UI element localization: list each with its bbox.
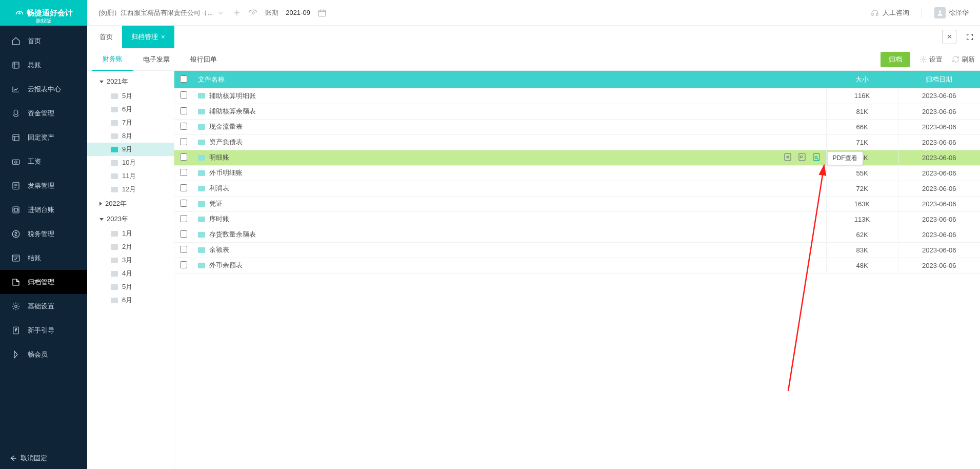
tree-month[interactable]: 4月 bbox=[87, 267, 174, 280]
row-checkbox[interactable] bbox=[180, 261, 187, 268]
tree-month[interactable]: 11月 bbox=[87, 169, 174, 183]
tree-month[interactable]: 7月 bbox=[87, 116, 174, 129]
row-checkbox[interactable] bbox=[180, 230, 187, 238]
table-row[interactable]: 序时账113K2023-06-06 bbox=[174, 211, 980, 227]
tab-close-icon[interactable]: × bbox=[161, 33, 165, 41]
nav-item-1[interactable]: 总账 bbox=[0, 53, 87, 77]
svg-point-13 bbox=[939, 10, 942, 13]
file-name: 凭证 bbox=[209, 199, 223, 208]
nav-item-11[interactable]: 基础设置 bbox=[0, 294, 87, 318]
select-all-checkbox[interactable] bbox=[180, 75, 187, 83]
nav-item-13[interactable]: 畅会员 bbox=[0, 342, 87, 366]
nav-item-8[interactable]: 税务管理 bbox=[0, 222, 87, 246]
archive-button[interactable]: 归档 bbox=[881, 52, 910, 67]
file-size: 163K bbox=[826, 196, 898, 211]
file-date: 2023-06-06 bbox=[898, 165, 980, 181]
file-date: 2023-06-06 bbox=[898, 150, 980, 165]
sub-tab[interactable]: 银行回单 bbox=[180, 48, 227, 71]
row-checkbox[interactable] bbox=[180, 138, 187, 145]
gear-icon[interactable] bbox=[249, 8, 258, 17]
tree-year[interactable]: 2022年 bbox=[87, 196, 174, 211]
file-date: 2023-06-06 bbox=[898, 88, 980, 104]
calendar-icon[interactable] bbox=[317, 8, 327, 17]
row-checkbox[interactable] bbox=[180, 169, 187, 176]
nav-item-9[interactable]: 结账 bbox=[0, 246, 87, 270]
file-icon bbox=[198, 201, 205, 207]
row-checkbox[interactable] bbox=[180, 107, 187, 114]
row-checkbox[interactable] bbox=[180, 123, 187, 130]
support-link[interactable]: 人工咨询 bbox=[870, 8, 909, 17]
table-row[interactable]: 辅助核算余额表81K2023-06-06 bbox=[174, 104, 980, 119]
file-size: 48K bbox=[826, 258, 898, 273]
table-row[interactable]: 余额表83K2023-06-06 bbox=[174, 242, 980, 258]
sub-tab[interactable]: 财务账 bbox=[92, 48, 133, 71]
row-checkbox[interactable] bbox=[180, 215, 187, 222]
nav-item-3[interactable]: 资金管理 bbox=[0, 101, 87, 125]
tree-month[interactable]: 5月 bbox=[87, 280, 174, 294]
tree-month[interactable]: 6月 bbox=[87, 294, 174, 307]
tree-month[interactable]: 8月 bbox=[87, 129, 174, 143]
folder-icon bbox=[111, 258, 118, 263]
nav-icon bbox=[11, 253, 21, 263]
plus-icon[interactable] bbox=[232, 8, 242, 17]
table-row[interactable]: 凭证163K2023-06-06 bbox=[174, 196, 980, 211]
nav-item-7[interactable]: 进销台账 bbox=[0, 198, 87, 222]
tree-month[interactable]: 2月 bbox=[87, 240, 174, 253]
tree-month[interactable]: 10月 bbox=[87, 156, 174, 169]
nav-item-12[interactable]: 新手引导 bbox=[0, 318, 87, 342]
tab-close-button[interactable]: ✕ bbox=[942, 30, 956, 44]
row-checkbox[interactable] bbox=[180, 246, 187, 253]
period-value[interactable]: 2021-09 bbox=[286, 9, 310, 16]
folder-icon bbox=[111, 160, 118, 166]
col-size[interactable]: 大小 bbox=[826, 71, 898, 88]
tree-month[interactable]: 3月 bbox=[87, 253, 174, 267]
nav-item-0[interactable]: 首页 bbox=[0, 29, 87, 53]
row-checkbox[interactable] bbox=[180, 153, 187, 161]
row-actions bbox=[783, 152, 821, 163]
sub-tab[interactable]: 电子发票 bbox=[133, 48, 180, 71]
table-row[interactable]: 资产负债表71K2023-06-06 bbox=[174, 134, 980, 150]
user-menu[interactable]: 徐泽华 bbox=[934, 7, 969, 18]
page-tab[interactable]: 首页 bbox=[90, 26, 122, 48]
nav-icon bbox=[11, 85, 21, 94]
tree-month[interactable]: 12月 bbox=[87, 183, 174, 196]
brand-logo: 畅捷通好会计 旗舰版 bbox=[0, 0, 87, 26]
tree-year[interactable]: 2021年 bbox=[87, 74, 174, 89]
table-row[interactable]: 现金流量表66K2023-06-06 bbox=[174, 119, 980, 134]
table-row[interactable]: 存货数量余额表62K2023-06-06 bbox=[174, 227, 980, 242]
fullscreen-button[interactable] bbox=[963, 30, 977, 44]
file-size: 113K bbox=[826, 211, 898, 227]
tree-month[interactable]: 5月 bbox=[87, 89, 174, 103]
table-row[interactable]: 利润表72K2023-06-06 bbox=[174, 181, 980, 196]
page-tab[interactable]: 归档管理× bbox=[122, 26, 174, 48]
col-name[interactable]: 文件名称 bbox=[193, 71, 826, 88]
nav-label: 首页 bbox=[28, 36, 41, 46]
settings-button[interactable]: 设置 bbox=[919, 55, 943, 64]
row-checkbox[interactable] bbox=[180, 184, 187, 191]
tree-month[interactable]: 9月 bbox=[87, 143, 174, 156]
row-checkbox[interactable] bbox=[180, 200, 187, 207]
download-pdf-icon[interactable] bbox=[797, 152, 807, 163]
nav-item-5[interactable]: 工资 bbox=[0, 149, 87, 173]
tree-year[interactable]: 2023年 bbox=[87, 211, 174, 227]
file-icon bbox=[198, 109, 205, 114]
nav-label: 归档管理 bbox=[28, 278, 54, 287]
row-checkbox[interactable] bbox=[180, 91, 187, 99]
tree-month[interactable]: 6月 bbox=[87, 103, 174, 116]
pdf-view-icon[interactable] bbox=[812, 152, 821, 163]
table-row[interactable]: 明细账46K2023-06-06 bbox=[174, 150, 980, 165]
col-date[interactable]: 归档日期 bbox=[898, 71, 980, 88]
refresh-button[interactable]: 刷新 bbox=[952, 55, 975, 64]
nav-item-4[interactable]: 固定资产 bbox=[0, 125, 87, 149]
nav-icon bbox=[11, 302, 21, 311]
table-row[interactable]: 外币明细账55K2023-06-06 bbox=[174, 165, 980, 181]
nav-item-10[interactable]: 归档管理 bbox=[0, 270, 87, 294]
table-row[interactable]: 辅助核算明细账116K2023-06-06 bbox=[174, 88, 980, 104]
table-row[interactable]: 外币余额表48K2023-06-06 bbox=[174, 258, 980, 273]
company-selector[interactable]: (勿删）江西服宝精品有限责任公司（... bbox=[98, 8, 225, 17]
sidebar-unpin[interactable]: 取消固定 bbox=[0, 447, 87, 469]
download-xls-icon[interactable] bbox=[783, 152, 792, 163]
nav-item-2[interactable]: 云报表中心 bbox=[0, 77, 87, 101]
nav-item-6[interactable]: 发票管理 bbox=[0, 173, 87, 198]
tree-month[interactable]: 1月 bbox=[87, 227, 174, 240]
